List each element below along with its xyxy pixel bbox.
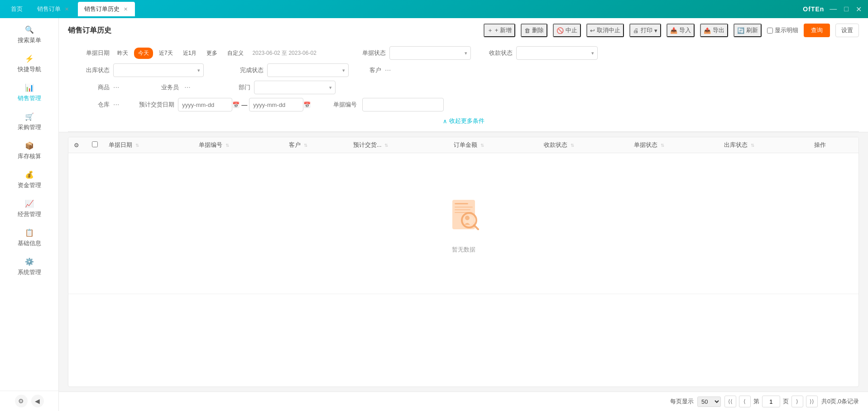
tab-sales-order[interactable]: 销售订单 ✕ xyxy=(31,2,76,16)
delivery-status-select[interactable] xyxy=(113,63,204,77)
page-last-btn[interactable]: ⟩⟩ xyxy=(806,396,818,407)
th-payment-status[interactable]: 收款状态 ⇅ xyxy=(538,137,628,153)
page-size-select[interactable]: 50 10 20 100 xyxy=(697,396,721,407)
th-delivery-status[interactable]: 出库状态 ⇅ xyxy=(719,137,809,153)
date-btn-today[interactable]: 今天 xyxy=(134,48,153,59)
tab-sales-order-history[interactable]: 销售订单历史 ✕ xyxy=(78,2,135,16)
sidebar-item-sales-mgmt[interactable]: 📊 销售管理 xyxy=(0,78,58,107)
window-close[interactable]: ✕ xyxy=(854,3,863,15)
sort-delivery-icon: ⇅ xyxy=(751,143,754,148)
calendar-icon-start[interactable]: 📅 xyxy=(232,102,240,108)
import-button[interactable]: 📥 导入 xyxy=(667,24,695,37)
th-amount[interactable]: 订单金额 ⇅ xyxy=(448,137,538,153)
tab-bar: 首页 销售订单 ✕ 销售订单历史 ✕ xyxy=(5,2,801,16)
export-icon: 📤 xyxy=(704,27,711,34)
display-detail-input[interactable] xyxy=(767,28,773,34)
sort-payment-icon: ⇅ xyxy=(571,143,574,148)
sidebar-item-finance-mgmt[interactable]: 💰 资金管理 xyxy=(0,165,58,194)
cancel-stop-button[interactable]: ↩ 取消中止 xyxy=(586,24,624,37)
th-checkbox[interactable] xyxy=(86,137,103,153)
sort-date-icon: ⇅ xyxy=(135,143,139,148)
order-number-input[interactable] xyxy=(362,98,444,111)
export-button[interactable]: 📤 导出 xyxy=(700,24,728,37)
department-select[interactable] xyxy=(254,81,336,94)
collapse-filter-btn[interactable]: ∧ 收起更多条件 xyxy=(77,115,850,127)
order-status-wrapper xyxy=(389,46,471,60)
order-status-select[interactable] xyxy=(389,46,471,60)
cancel-stop-label: 取消中止 xyxy=(597,26,620,34)
stop-label: 中止 xyxy=(566,26,577,34)
stop-button[interactable]: 🚫 中止 xyxy=(553,24,581,37)
print-button[interactable]: 🖨 打印 ▾ xyxy=(629,24,661,37)
sidebar-item-ops-mgmt[interactable]: 📈 经营管理 xyxy=(0,194,58,223)
tab-sales-order-close[interactable]: ✕ xyxy=(63,6,70,12)
sys-mgmt-icon: ⚙️ xyxy=(24,256,34,266)
new-button[interactable]: ＋ + 新增 xyxy=(484,24,515,37)
expected-date-start[interactable] xyxy=(178,98,232,111)
page-next-btn[interactable]: ⟩ xyxy=(791,396,803,407)
date-btn-last7[interactable]: 近7天 xyxy=(155,48,177,59)
th-order-status[interactable]: 单据状态 ⇅ xyxy=(628,137,719,153)
svg-rect-2 xyxy=(455,207,473,208)
salesperson-picker[interactable]: ··· xyxy=(184,83,190,92)
select-all-checkbox[interactable] xyxy=(92,141,98,147)
empty-state: 暂无数据 xyxy=(74,157,853,290)
sort-amount-icon: ⇅ xyxy=(480,143,484,148)
date-btn-yesterday[interactable]: 昨天 xyxy=(113,48,132,59)
content-area: 销售订单历史 ＋ + 新增 🗑 删除 🚫 中止 ↩ xyxy=(59,18,868,411)
th-number[interactable]: 单据编号 ⇅ xyxy=(193,137,283,153)
th-expected[interactable]: 预计交货... ⇅ xyxy=(348,137,449,153)
sidebar-item-search-menu[interactable]: 🔍 搜索菜单 xyxy=(0,20,58,49)
sidebar-item-basic-info[interactable]: 📋 基础信息 xyxy=(0,223,58,252)
sidebar-item-purchase-mgmt-label: 采购管理 xyxy=(18,123,41,131)
th-operation-label: 操作 xyxy=(814,141,826,148)
window-minimize[interactable]: — xyxy=(828,3,839,15)
print-label: 打印 xyxy=(641,26,652,34)
tab-home[interactable]: 首页 xyxy=(5,2,29,16)
sidebar-item-search-menu-label: 搜索菜单 xyxy=(18,36,41,44)
th-customer[interactable]: 客户 ⇅ xyxy=(283,137,348,153)
sidebar-collapse-icon[interactable]: ◀ xyxy=(31,395,44,407)
complete-status-select[interactable] xyxy=(267,63,349,77)
sidebar-item-purchase-mgmt[interactable]: 🛒 采购管理 xyxy=(0,107,58,136)
sort-customer-icon: ⇅ xyxy=(304,143,307,148)
tab-sales-order-history-close[interactable]: ✕ xyxy=(122,6,129,12)
product-picker[interactable]: ··· xyxy=(113,83,119,92)
warehouse-label: 仓库 xyxy=(77,101,113,109)
empty-state-cell: 暂无数据 xyxy=(68,153,858,294)
calendar-icon-end[interactable]: 📅 xyxy=(303,102,311,108)
sidebar-item-sys-mgmt-label: 系统管理 xyxy=(18,268,41,276)
settings-button[interactable]: 设置 xyxy=(835,24,859,37)
th-expected-label: 预计交货... xyxy=(353,141,382,148)
display-detail-label: 显示明细 xyxy=(775,26,798,34)
payment-status-select[interactable] xyxy=(516,46,598,60)
date-btn-more[interactable]: 更多 xyxy=(202,48,221,59)
sidebar-item-inventory-check[interactable]: 📦 库存核算 xyxy=(0,136,58,165)
expected-date-end[interactable] xyxy=(249,98,303,111)
page-prev-btn[interactable]: ⟨ xyxy=(739,396,751,407)
sidebar-item-sys-mgmt[interactable]: ⚙️ 系统管理 xyxy=(0,252,58,281)
delete-button[interactable]: 🗑 删除 xyxy=(521,24,547,37)
order-status-label: 单据状态 xyxy=(358,49,389,57)
sort-order-status-icon: ⇅ xyxy=(661,143,664,148)
refresh-button[interactable]: 🔄 刷新 xyxy=(734,24,762,37)
page-number-input[interactable] xyxy=(762,396,780,407)
date-btn-last1m[interactable]: 近1月 xyxy=(179,48,201,59)
top-bar-right: OfTEn — □ ✕ xyxy=(803,3,863,15)
new-icon: ＋ xyxy=(487,26,493,34)
th-date-label: 单据日期 xyxy=(109,141,132,148)
th-date[interactable]: 单据日期 ⇅ xyxy=(103,137,193,153)
sidebar-settings-icon[interactable]: ⚙ xyxy=(15,395,28,407)
page-first-btn[interactable]: ⟨⟨ xyxy=(724,396,736,407)
sidebar-item-quick-nav-label: 快捷导航 xyxy=(18,65,41,73)
warehouse-picker[interactable]: ··· xyxy=(113,101,119,109)
collapse-label: 收起更多条件 xyxy=(449,117,484,125)
main-layout: 🔍 搜索菜单 ⚡ 快捷导航 📊 销售管理 🛒 采购管理 📦 库存核算 💰 资金管… xyxy=(0,18,868,411)
date-btn-custom[interactable]: 自定义 xyxy=(223,48,248,59)
customer-picker[interactable]: ··· xyxy=(385,66,391,74)
th-settings[interactable]: ⚙ xyxy=(68,137,86,153)
window-maximize[interactable]: □ xyxy=(842,3,850,15)
display-detail-checkbox[interactable]: 显示明细 xyxy=(767,26,798,34)
sidebar-item-quick-nav[interactable]: ⚡ 快捷导航 xyxy=(0,49,58,78)
query-button[interactable]: 查询 xyxy=(804,24,830,37)
